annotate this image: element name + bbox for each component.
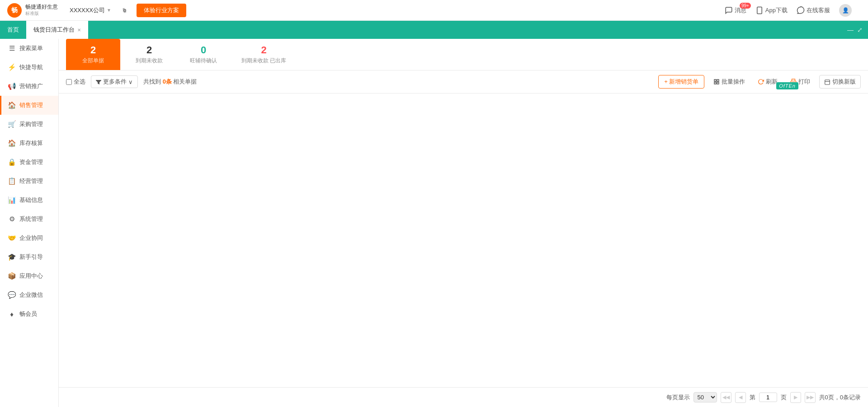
- content-area: 2 全部单据 2 到期未收款 0 旺辅待确认 2 到期未收款 已出库 全选: [59, 39, 868, 407]
- stat-tab-all-number: 2: [77, 44, 109, 56]
- svg-rect-2: [714, 80, 716, 81]
- maximize-icon[interactable]: ⤢: [857, 26, 863, 33]
- logo-icon: 畅: [7, 3, 22, 18]
- svg-rect-3: [717, 80, 719, 81]
- chevron-down-icon: ▼: [107, 8, 111, 13]
- stat-tabs: 2 全部单据 2 到期未收款 0 旺辅待确认 2 到期未收款 已出库: [59, 39, 868, 70]
- sidebar-item-label: 企业协同: [19, 234, 43, 242]
- select-all-label: 全选: [74, 78, 85, 86]
- finance-icon: 🔒: [8, 158, 16, 166]
- batch-icon: [713, 79, 720, 85]
- sidebar-item-marketing[interactable]: 📢 营销推广: [0, 77, 58, 96]
- sidebar-item-guide[interactable]: 🎓 新手引导: [0, 248, 58, 267]
- sidebar-item-label: 库存核算: [19, 139, 43, 147]
- app-download-label: App下载: [765, 6, 788, 14]
- enterprise-icon: 🤝: [8, 234, 16, 242]
- online-service-item[interactable]: 在线客服: [797, 6, 830, 14]
- sidebar-item-purchase[interactable]: 🛒 采购管理: [0, 115, 58, 134]
- select-all-checkbox-label[interactable]: 全选: [66, 78, 85, 86]
- filter-button[interactable]: 更多条件 ∨: [91, 75, 138, 88]
- sidebar-item-inventory[interactable]: 🏠 库存核算: [0, 134, 58, 153]
- top-header: 畅 畅捷通好生意 标准版 XXXXXX公司 ▼ 体验行业方案 消息 99+: [0, 0, 868, 21]
- sidebar-item-basic-info[interactable]: 📊 基础信息: [0, 191, 58, 210]
- minimize-icon[interactable]: —: [847, 26, 854, 33]
- stat-tab-overdue-number: 2: [133, 44, 165, 56]
- sidebar-item-operations[interactable]: 📋 经营管理: [0, 172, 58, 191]
- sidebar-item-label: 系统管理: [19, 215, 43, 223]
- member-icon: ♦: [8, 310, 16, 318]
- avatar[interactable]: 👤: [839, 4, 852, 17]
- found-count: 0条: [163, 78, 172, 85]
- sidebar-item-finance[interactable]: 🔒 资金管理: [0, 153, 58, 172]
- sidebar-item-label: 企业微信: [19, 291, 43, 299]
- svg-rect-0: [757, 7, 762, 14]
- sidebar-item-quick-nav[interactable]: ⚡ 快捷导航: [0, 58, 58, 77]
- toolbar-right: + 新增销货单 批量操作 刷新: [658, 75, 861, 89]
- page-input[interactable]: [759, 393, 777, 402]
- stat-tab-overdue-label: 到期未收款: [133, 57, 165, 65]
- sidebar-item-system[interactable]: ⚙ 系统管理: [0, 210, 58, 229]
- next-page-button[interactable]: ▶: [790, 392, 801, 403]
- toolbar: 全选 更多条件 ∨ 共找到 0条 相关单据 + 新增销货单: [59, 70, 868, 94]
- page-size-label: 每页显示: [666, 393, 690, 402]
- page-unit: 页: [781, 393, 787, 402]
- tab-home[interactable]: 首页: [0, 21, 26, 39]
- quick-nav-icon: ⚡: [8, 63, 16, 71]
- svg-rect-5: [717, 82, 719, 84]
- switch-icon: [824, 79, 830, 85]
- sidebar-item-label: 营销推广: [19, 82, 43, 90]
- sidebar-item-label: 采购管理: [19, 120, 43, 128]
- stat-tab-all-label: 全部单据: [77, 57, 109, 65]
- sidebar-item-label: 基础信息: [19, 196, 43, 204]
- switch-version-button[interactable]: 切换新版: [819, 75, 861, 89]
- sidebar-item-label: 搜索菜单: [19, 44, 43, 52]
- sidebar-item-app-center[interactable]: 📦 应用中心: [0, 267, 58, 285]
- sales-icon: 🏠: [8, 101, 16, 109]
- weixin-icon: 💬: [8, 291, 16, 299]
- close-tab-icon[interactable]: ✕: [77, 28, 81, 33]
- found-text: 共找到 0条 相关单据: [143, 78, 197, 86]
- guide-icon: 🎓: [8, 253, 16, 261]
- header-right: 消息 99+ App下载 在线客服 👤: [725, 4, 861, 17]
- basic-info-icon: 📊: [8, 196, 16, 204]
- page-size-select[interactable]: 20 50 100: [693, 392, 717, 402]
- trial-btn[interactable]: 体验行业方案: [137, 4, 186, 17]
- main-layout: ☰ 搜索菜单 ⚡ 快捷导航 📢 营销推广 🏠 销售管理 🛒 采购管理 🏠 库存核…: [0, 39, 868, 407]
- sidebar-item-member[interactable]: ♦ 畅会员: [0, 304, 58, 323]
- app-download-item[interactable]: App下载: [755, 6, 788, 14]
- sidebar-item-enterprise[interactable]: 🤝 企业协同: [0, 229, 58, 248]
- sidebar-item-label: 应用中心: [19, 272, 43, 280]
- stat-tab-all[interactable]: 2 全部单据: [66, 39, 120, 70]
- tab-right-actions: — ⤢: [847, 26, 868, 33]
- stat-tab-wangwang-number: 0: [187, 44, 220, 56]
- message-badge: 99+: [740, 3, 751, 9]
- logo-badge: 标准版: [25, 10, 58, 17]
- purchase-icon: 🛒: [8, 120, 16, 128]
- company-selector[interactable]: XXXXXX公司 ▼: [66, 5, 115, 16]
- batch-operation-button[interactable]: 批量操作: [710, 75, 749, 88]
- first-page-button[interactable]: ◀◀: [721, 392, 731, 403]
- stat-tab-overdue-shipped[interactable]: 2 到期未收款 已出库: [231, 39, 297, 70]
- sidebar-item-weixin[interactable]: 💬 企业微信: [0, 285, 58, 304]
- filter-icon: [96, 79, 101, 84]
- sidebar-item-search-menu[interactable]: ☰ 搜索菜单: [0, 39, 58, 58]
- stat-tab-shipped-number: 2: [241, 44, 286, 56]
- message-icon-item[interactable]: 消息 99+: [725, 6, 746, 14]
- stat-tab-wangwang[interactable]: 0 旺辅待确认: [176, 39, 231, 70]
- sidebar-item-label: 销售管理: [19, 101, 43, 109]
- tab-work-station[interactable]: 钱货日清工作台 ✕: [26, 21, 88, 39]
- settings-button[interactable]: [118, 4, 131, 17]
- prev-page-button[interactable]: ◀: [735, 392, 746, 403]
- sidebar-item-sales[interactable]: 🏠 销售管理: [0, 96, 58, 115]
- stat-tab-overdue-unpaid[interactable]: 2 到期未收款: [122, 39, 176, 70]
- sidebar: ☰ 搜索菜单 ⚡ 快捷导航 📢 营销推广 🏠 销售管理 🛒 采购管理 🏠 库存核…: [0, 39, 59, 407]
- add-sales-order-button[interactable]: + 新增销货单: [658, 75, 704, 89]
- svg-rect-7: [825, 80, 830, 84]
- stat-tab-shipped-label: 到期未收款 已出库: [241, 57, 286, 65]
- company-name: XXXXXX公司: [70, 6, 105, 14]
- table-area: [59, 94, 868, 387]
- online-service-label: 在线客服: [807, 6, 830, 14]
- select-all-checkbox[interactable]: [66, 79, 72, 85]
- logo-title: 畅捷通好生意: [25, 4, 58, 11]
- last-page-button[interactable]: ▶▶: [805, 392, 816, 403]
